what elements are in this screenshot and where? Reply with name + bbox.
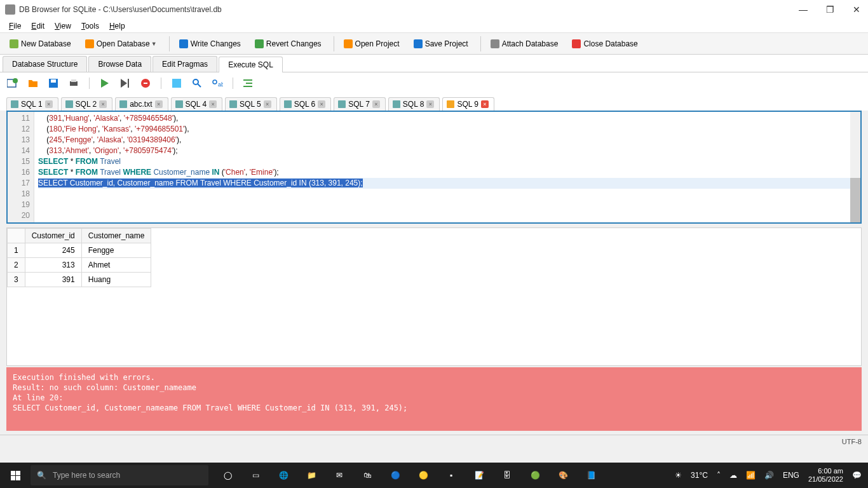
- sql-editor[interactable]: 11121314151617181920 (391,'Huang', 'Alas…: [6, 111, 862, 224]
- tray-network-icon[interactable]: 📶: [746, 471, 756, 480]
- svg-rect-6: [128, 79, 129, 88]
- tab-close-icon[interactable]: ×: [372, 100, 380, 108]
- app-store[interactable]: 🛍: [355, 463, 380, 488]
- column-header[interactable]: Customer_id: [25, 229, 81, 243]
- tab-close-icon[interactable]: ×: [45, 100, 53, 108]
- main-toolbar: New Database Open Database▼ Write Change…: [0, 33, 868, 55]
- tray-onedrive-icon[interactable]: ☁: [729, 471, 737, 480]
- sql-tab-1[interactable]: SQL 2×: [61, 97, 113, 111]
- open-sql-icon[interactable]: [27, 77, 39, 90]
- tray-language[interactable]: ENG: [783, 471, 799, 480]
- tab-browse-data[interactable]: Browse Data: [88, 56, 151, 72]
- save-project-button[interactable]: Save Project: [408, 36, 474, 51]
- write-changes-button[interactable]: Write Changes: [173, 36, 247, 51]
- app-paint[interactable]: 🎨: [550, 463, 576, 488]
- app-terminal[interactable]: ▪: [438, 463, 464, 488]
- svg-rect-4: [70, 81, 78, 86]
- code-area[interactable]: (391,'Huang', 'Alaska', '+7859465548'), …: [34, 112, 860, 222]
- menu-tools[interactable]: Tools: [76, 20, 104, 32]
- taskbar-clock[interactable]: 6:00 am 21/05/2022: [808, 467, 843, 484]
- revert-changes-button[interactable]: Revert Changes: [249, 36, 327, 51]
- tray-chevron-icon[interactable]: ˄: [717, 471, 721, 480]
- find-replace-icon[interactable]: ab: [211, 77, 224, 90]
- tray-volume-icon[interactable]: 🔊: [764, 471, 774, 480]
- search-icon: 🔍: [37, 471, 46, 480]
- table-row[interactable]: 2313Ahmet: [8, 258, 151, 273]
- sql-tab-8[interactable]: SQL 9×: [442, 97, 494, 111]
- save-sql-icon[interactable]: [47, 77, 60, 90]
- svg-text:ab: ab: [218, 81, 223, 88]
- maximize-button[interactable]: ❐: [824, 4, 836, 15]
- sql-tab-4[interactable]: SQL 5×: [225, 97, 277, 111]
- execute-line-icon[interactable]: [119, 77, 132, 90]
- column-header[interactable]: Customer_name: [81, 229, 151, 243]
- close-database-button[interactable]: Close Database: [566, 36, 643, 51]
- print-icon[interactable]: [67, 77, 80, 90]
- table-row[interactable]: 3391Huang: [8, 273, 151, 287]
- results-table: Customer_idCustomer_name 1245Fengge2313A…: [7, 228, 151, 287]
- sql-tab-3[interactable]: SQL 4×: [171, 97, 223, 111]
- app-taskview[interactable]: ▭: [243, 463, 268, 488]
- tab-close-icon[interactable]: ×: [264, 100, 271, 108]
- svg-rect-3: [51, 79, 56, 83]
- menu-view[interactable]: View: [50, 20, 76, 32]
- new-database-button[interactable]: New Database: [4, 36, 77, 51]
- taskbar-search[interactable]: 🔍 Type here to search: [31, 465, 208, 485]
- app-chrome2[interactable]: 🟢: [522, 463, 548, 488]
- menu-file[interactable]: File: [4, 20, 26, 32]
- start-button[interactable]: [0, 463, 31, 488]
- open-database-button[interactable]: Open Database▼: [79, 36, 163, 51]
- app-chrome[interactable]: 🟡: [410, 463, 436, 488]
- close-button[interactable]: ✕: [850, 4, 863, 15]
- app-cortana[interactable]: ◯: [215, 463, 240, 488]
- app-dbbrowser[interactable]: 🗄: [494, 463, 520, 488]
- weather-temp[interactable]: 31°C: [691, 471, 708, 480]
- tab-edit-pragmas[interactable]: Edit Pragmas: [153, 56, 217, 72]
- main-tabs: Database Structure Browse Data Edit Prag…: [0, 55, 868, 72]
- open-project-button[interactable]: Open Project: [338, 36, 405, 51]
- sql-tab-2[interactable]: abc.txt×: [115, 97, 168, 111]
- find-icon[interactable]: [191, 77, 203, 90]
- sql-tab-6[interactable]: SQL 7×: [334, 97, 386, 111]
- windows-taskbar: 🔍 Type here to search ◯ ▭ 🌐 📁 ✉ 🛍 🔵 🟡 ▪ …: [0, 463, 868, 488]
- menu-help[interactable]: Help: [104, 20, 130, 32]
- notifications-icon[interactable]: 💬: [852, 471, 862, 480]
- save-results-icon[interactable]: [170, 77, 183, 90]
- attach-database-button[interactable]: Attach Database: [485, 36, 564, 51]
- editor-scrollbar[interactable]: [850, 112, 860, 222]
- tab-close-icon[interactable]: ×: [481, 100, 489, 108]
- app-word[interactable]: 📘: [578, 463, 604, 488]
- new-tab-icon[interactable]: [6, 77, 19, 90]
- tab-execute-sql[interactable]: Execute SQL: [219, 57, 283, 72]
- menu-edit[interactable]: Edit: [26, 20, 50, 32]
- results-pane: Customer_idCustomer_name 1245Fengge2313A…: [6, 227, 862, 366]
- sql-tab-7[interactable]: SQL 8×: [388, 97, 440, 111]
- table-row[interactable]: 1245Fengge: [8, 243, 151, 258]
- tab-database-structure[interactable]: Database Structure: [3, 56, 87, 72]
- window-title: DB Browser for SQLite - C:\Users\user\Do…: [19, 5, 797, 14]
- encoding-label: UTF-8: [842, 438, 862, 445]
- weather-icon[interactable]: ☀: [675, 471, 682, 480]
- tab-close-icon[interactable]: ×: [426, 100, 434, 108]
- indent-icon[interactable]: [242, 77, 255, 90]
- execute-icon[interactable]: [98, 77, 111, 90]
- stop-icon[interactable]: [139, 77, 152, 90]
- sql-tab-5[interactable]: SQL 6×: [280, 97, 332, 111]
- svg-point-1: [13, 78, 18, 83]
- sql-tab-0[interactable]: SQL 1×: [6, 97, 58, 111]
- minimize-button[interactable]: —: [797, 4, 810, 15]
- svg-point-10: [193, 79, 198, 85]
- app-edge[interactable]: 🌐: [271, 463, 296, 488]
- tab-close-icon[interactable]: ×: [318, 100, 325, 108]
- svg-point-12: [213, 80, 217, 84]
- app-notepad[interactable]: 📝: [466, 463, 492, 488]
- app-mail[interactable]: ✉: [327, 463, 352, 488]
- error-output: Execution finished with errors. Result: …: [6, 367, 862, 431]
- line-gutter: 11121314151617181920: [8, 112, 34, 222]
- app-browser[interactable]: 🔵: [383, 463, 408, 488]
- tab-close-icon[interactable]: ×: [209, 100, 217, 108]
- tab-close-icon[interactable]: ×: [99, 100, 107, 108]
- taskbar-apps: ◯ ▭ 🌐 📁 ✉ 🛍 🔵 🟡 ▪ 📝 🗄 🟢 🎨 📘: [215, 463, 604, 488]
- tab-close-icon[interactable]: ×: [155, 100, 163, 108]
- app-explorer[interactable]: 📁: [299, 463, 324, 488]
